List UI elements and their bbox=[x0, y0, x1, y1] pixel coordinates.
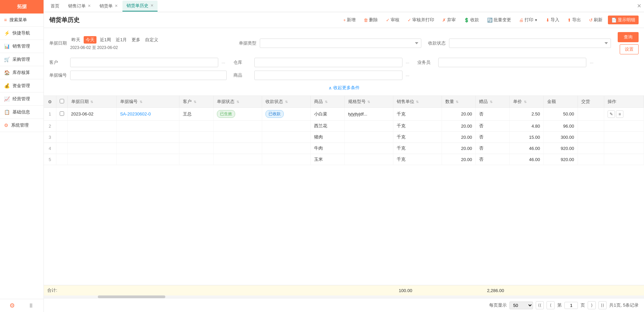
doc-num-link[interactable]: SA-20230602-0 bbox=[120, 111, 151, 116]
abandon-button[interactable]: ✗ 弃审 bbox=[440, 16, 458, 24]
collapse-button[interactable]: ∧ 收起更多条件 bbox=[49, 83, 639, 94]
filter-area: 单据日期 昨天 今天 近1周 近1月 更多 自定义 2023-06-02 至 2… bbox=[44, 28, 644, 96]
row-check-cell[interactable] bbox=[56, 132, 67, 143]
filter-row-1: 单据日期 昨天 今天 近1周 近1月 更多 自定义 2023-06-02 至 2… bbox=[49, 32, 639, 54]
sort-qty-icon[interactable]: ⇅ bbox=[456, 100, 458, 104]
doc-type-label: 单据类型 bbox=[239, 40, 258, 46]
sidebar-item-purchase-mgmt[interactable]: 🛒 采购管理 bbox=[0, 53, 44, 66]
doc-type-select[interactable] bbox=[260, 38, 422, 48]
sidebar-item-quick-nav[interactable]: ⚡ 快捷导航 bbox=[0, 27, 44, 40]
sort-gift-icon[interactable]: ⇅ bbox=[490, 100, 493, 104]
sidebar-item-system-mgmt[interactable]: ⚙ 系统管理 bbox=[0, 119, 44, 132]
date-last30[interactable]: 近1月 bbox=[114, 36, 128, 44]
page-next-button[interactable]: ⟩ bbox=[588, 301, 596, 309]
sidebar-item-label: 销售管理 bbox=[12, 43, 30, 49]
sort-docnum-icon[interactable]: ⇅ bbox=[140, 100, 142, 104]
delete-button[interactable]: 🗑 删除 bbox=[361, 16, 381, 24]
row-checkbox[interactable] bbox=[60, 111, 64, 116]
audit-button[interactable]: ✓ 审核 bbox=[383, 16, 402, 24]
tab-sales-order-close[interactable]: ✕ bbox=[88, 4, 91, 8]
customer-dots[interactable]: ··· bbox=[220, 60, 227, 65]
sidebar-bottom-icon2[interactable]: ⏸ bbox=[28, 302, 34, 309]
export-button[interactable]: ⬆ 导出 bbox=[565, 16, 584, 24]
print-button[interactable]: 🖨 打印 ▼ bbox=[516, 16, 540, 24]
col-settings[interactable]: ⚙ bbox=[44, 96, 56, 108]
date-last7[interactable]: 近1周 bbox=[99, 36, 112, 44]
customer-input[interactable] bbox=[70, 58, 218, 67]
tab-sales-order[interactable]: 销售订单 ✕ bbox=[64, 1, 95, 11]
tab-sales-history-close[interactable]: ✕ bbox=[150, 3, 153, 8]
settings-button[interactable]: 设置 bbox=[620, 44, 639, 54]
doc-num-input[interactable] bbox=[70, 71, 227, 80]
batch-change-button[interactable]: 🔄 批量变更 bbox=[484, 16, 514, 24]
row-amount-cell: 96.00 bbox=[543, 121, 578, 132]
sort-spec-icon[interactable]: ⇅ bbox=[367, 100, 370, 104]
sidebar-item-basic-info[interactable]: 📋 基础信息 bbox=[0, 106, 44, 119]
horizontal-scrollbar[interactable] bbox=[44, 295, 644, 298]
tab-sales-goods[interactable]: 销货单 ✕ bbox=[95, 1, 122, 11]
basic-info-icon: 📋 bbox=[4, 109, 10, 115]
filter-date: 单据日期 昨天 今天 近1周 近1月 更多 自定义 2023-06-02 至 2… bbox=[49, 36, 232, 51]
sidebar-item-inventory[interactable]: 🏠 库存核算 bbox=[0, 66, 44, 79]
staff-dots[interactable]: ··· bbox=[588, 60, 595, 65]
page-prev-button[interactable]: ⟨ bbox=[547, 301, 555, 309]
warehouse-input[interactable] bbox=[254, 58, 402, 67]
date-more[interactable]: 更多 bbox=[130, 36, 142, 44]
edit-button[interactable]: ✎ bbox=[608, 110, 615, 118]
staff-input[interactable] bbox=[438, 58, 586, 67]
row-check-cell[interactable] bbox=[56, 121, 67, 132]
row-check-cell[interactable] bbox=[56, 154, 67, 165]
sidebar-item-finance[interactable]: 💰 资金管理 bbox=[0, 79, 44, 93]
per-page-select[interactable]: 50 10 20 100 bbox=[509, 302, 533, 309]
select-all-checkbox[interactable] bbox=[60, 99, 64, 103]
goods-input[interactable] bbox=[254, 71, 402, 80]
sort-paystatus-icon[interactable]: ⇅ bbox=[285, 100, 288, 104]
query-button[interactable]: 查询 bbox=[618, 32, 639, 42]
tab-sales-history[interactable]: 销货单历史 ✕ bbox=[122, 1, 158, 11]
table-footer: 合计: 100.00 2,286.00 bbox=[44, 285, 644, 295]
more-button[interactable]: ≡ bbox=[616, 110, 623, 118]
sort-docstatus-icon[interactable]: ⇅ bbox=[236, 100, 239, 104]
warehouse-dots[interactable]: ··· bbox=[404, 60, 411, 65]
sort-customer-icon[interactable]: ⇅ bbox=[194, 100, 196, 104]
audit-print-button[interactable]: ✓ 审核并打印 bbox=[405, 16, 437, 24]
sort-price-icon[interactable]: ⇅ bbox=[524, 100, 527, 104]
page-first-button[interactable]: ⟨⟨ bbox=[536, 301, 544, 309]
collect-button[interactable]: 💲 收款 bbox=[461, 16, 482, 24]
row-action-cell: ✎≡ bbox=[604, 108, 644, 121]
row-spec-cell bbox=[344, 132, 393, 143]
goods-dots[interactable]: ··· bbox=[404, 73, 411, 78]
window-close-icon[interactable]: ✕ bbox=[637, 3, 641, 9]
row-docstatus-cell: 已生效 bbox=[213, 108, 262, 121]
sort-unit-icon[interactable]: ⇅ bbox=[416, 100, 419, 104]
page-last-button[interactable]: ⟩⟩ bbox=[598, 301, 607, 309]
refresh-button[interactable]: ↺ 刷新 bbox=[586, 16, 605, 24]
row-price-cell: 15.00 bbox=[510, 132, 544, 143]
import-button[interactable]: ⬇ 导入 bbox=[543, 16, 562, 24]
row-amount-cell: 300.00 bbox=[543, 132, 578, 143]
tab-sales-goods-close[interactable]: ✕ bbox=[115, 4, 118, 8]
sort-goods-icon[interactable]: ⇅ bbox=[325, 100, 328, 104]
sort-date-icon[interactable]: ⇅ bbox=[90, 100, 93, 104]
sidebar-item-sales-mgmt[interactable]: 📊 销售管理 bbox=[0, 40, 44, 53]
date-custom[interactable]: 自定义 bbox=[144, 36, 160, 44]
date-yesterday[interactable]: 昨天 bbox=[70, 36, 82, 44]
pay-status-select[interactable] bbox=[449, 38, 611, 48]
add-button[interactable]: + 新增 bbox=[341, 16, 359, 24]
collect-icon: 💲 bbox=[464, 18, 469, 23]
row-check-cell[interactable] bbox=[56, 143, 67, 154]
tab-home[interactable]: 首页 bbox=[47, 1, 63, 11]
import-icon: ⬇ bbox=[546, 18, 550, 23]
scrollbar-thumb[interactable] bbox=[98, 295, 165, 298]
filter-doc-num: 单据编号 bbox=[49, 71, 227, 80]
sidebar-item-search-menu[interactable]: ≡ 搜索菜单 bbox=[0, 14, 44, 27]
show-detail-button[interactable]: 📄 显示明细 bbox=[608, 16, 639, 24]
sidebar-bottom-icon1[interactable]: ⚙ bbox=[9, 302, 15, 309]
page-input[interactable] bbox=[564, 302, 578, 309]
date-today[interactable]: 今天 bbox=[84, 36, 96, 44]
tab-sales-goods-label: 销货单 bbox=[100, 3, 113, 9]
row-check-cell[interactable] bbox=[56, 108, 67, 121]
col-check[interactable] bbox=[56, 96, 67, 108]
sidebar-item-operations[interactable]: 📈 经营管理 bbox=[0, 93, 44, 106]
row-trade-cell bbox=[578, 108, 604, 121]
